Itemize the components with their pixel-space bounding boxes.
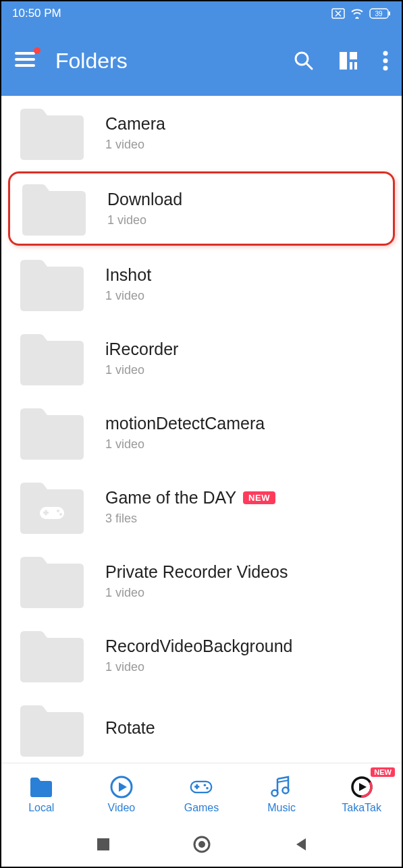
close-box-icon (331, 8, 345, 19)
folder-icon (18, 702, 86, 757)
folder-item-inshot[interactable]: Inshot 1 video (1, 247, 402, 321)
folder-item-irecorder[interactable]: iRecorder 1 video (1, 321, 402, 396)
svg-point-27 (207, 787, 209, 790)
recent-apps-button[interactable] (95, 836, 111, 852)
folder-icon (18, 105, 86, 161)
nav-games[interactable]: Games (161, 763, 242, 825)
svg-point-19 (59, 513, 62, 516)
svg-point-26 (204, 784, 207, 786)
svg-rect-21 (45, 510, 47, 516)
back-button[interactable] (292, 836, 308, 852)
page-title: Folders (55, 49, 294, 74)
folder-list: Camera 1 video Download 1 video Inshot 1… (1, 96, 402, 763)
nav-label: Local (28, 802, 54, 814)
svg-rect-25 (196, 784, 198, 788)
nav-label: Games (184, 802, 219, 814)
svg-point-14 (383, 59, 388, 63)
hamburger-menu-button[interactable] (15, 51, 35, 70)
folder-name: Rotate (105, 718, 155, 738)
folder-icon (18, 331, 86, 386)
folder-icon (18, 628, 86, 683)
play-circle-icon (109, 775, 134, 799)
folder-item-recordvideobackground[interactable]: RecordVideoBackground 1 video (1, 618, 402, 693)
folder-count: 3 files (105, 512, 275, 526)
folder-icon (20, 181, 88, 236)
folder-item-rotate[interactable]: Rotate (1, 693, 402, 763)
folder-name: Game of the DAY (105, 488, 236, 508)
battery-icon: 39 (369, 8, 391, 19)
svg-line-8 (306, 63, 312, 69)
folder-item-download[interactable]: Download 1 video (8, 171, 395, 246)
view-grid-icon[interactable] (338, 51, 358, 71)
svg-point-13 (383, 51, 388, 56)
hamburger-icon (15, 51, 35, 67)
folder-name: Private Recorder Videos (105, 562, 288, 582)
folder-count: 1 video (105, 138, 165, 152)
folder-name: RecordVideoBackground (105, 636, 293, 656)
folder-icon (18, 479, 86, 535)
folder-icon (18, 256, 86, 312)
svg-point-15 (383, 66, 388, 71)
takatak-icon (350, 775, 374, 799)
svg-rect-10 (350, 52, 357, 59)
notification-dot-icon (34, 47, 41, 54)
folder-name: Download (107, 190, 182, 209)
more-options-icon[interactable] (383, 51, 388, 71)
svg-rect-12 (354, 62, 357, 70)
nav-music[interactable]: Music (242, 763, 322, 825)
svg-rect-6 (15, 64, 35, 67)
home-button[interactable] (192, 835, 211, 854)
folder-count: 1 video (105, 289, 151, 303)
nav-label: Music (267, 802, 296, 814)
svg-rect-23 (191, 781, 212, 792)
folder-name: Inshot (105, 265, 151, 285)
folder-item-motiondetectcamera[interactable]: motionDetectCamera 1 video (1, 396, 402, 470)
folder-name: iRecorder (105, 340, 178, 359)
folder-count: 1 video (105, 586, 288, 600)
svg-rect-32 (97, 838, 109, 850)
folder-item-private-recorder-videos[interactable]: Private Recorder Videos 1 video (1, 544, 402, 618)
folder-item-camera[interactable]: Camera 1 video (1, 96, 402, 170)
search-icon[interactable] (294, 51, 314, 71)
folder-count: 1 video (105, 660, 293, 674)
svg-rect-9 (340, 52, 347, 70)
folder-count: 1 video (107, 213, 182, 227)
svg-rect-11 (350, 62, 352, 70)
status-bar: 10:50 PM 39 (1, 1, 402, 26)
svg-text:39: 39 (375, 10, 383, 18)
nav-label: TakaTak (342, 802, 381, 814)
bottom-nav: Local Video Games Music NEW TakaTak (1, 763, 402, 825)
folder-count: 1 video (105, 437, 265, 452)
folder-count: 1 video (105, 363, 178, 377)
new-badge: NEW (371, 767, 395, 777)
folder-icon (18, 405, 86, 460)
svg-rect-5 (15, 58, 35, 61)
folder-name: motionDetectCamera (105, 414, 265, 433)
nav-local[interactable]: Local (1, 763, 82, 825)
wifi-icon (350, 8, 364, 19)
svg-point-34 (198, 841, 205, 848)
gamepad-icon (189, 775, 213, 799)
music-note-icon (269, 775, 294, 799)
svg-point-18 (57, 510, 59, 512)
status-icons: 39 (331, 8, 391, 19)
nav-takatak[interactable]: NEW TakaTak (321, 763, 402, 825)
folder-item-game-of-the-day[interactable]: Game of the DAY NEW 3 files (1, 470, 402, 544)
nav-label: Video (108, 802, 136, 814)
svg-rect-4 (15, 52, 35, 55)
nav-video[interactable]: Video (82, 763, 162, 825)
svg-rect-2 (389, 11, 390, 16)
folder-name: Camera (105, 114, 165, 134)
app-bar: Folders (1, 26, 402, 96)
new-badge: NEW (243, 491, 275, 504)
folder-icon (18, 553, 86, 609)
status-time: 10:50 PM (12, 7, 61, 20)
folder-filled-icon (29, 775, 53, 799)
system-nav-bar (1, 825, 402, 867)
